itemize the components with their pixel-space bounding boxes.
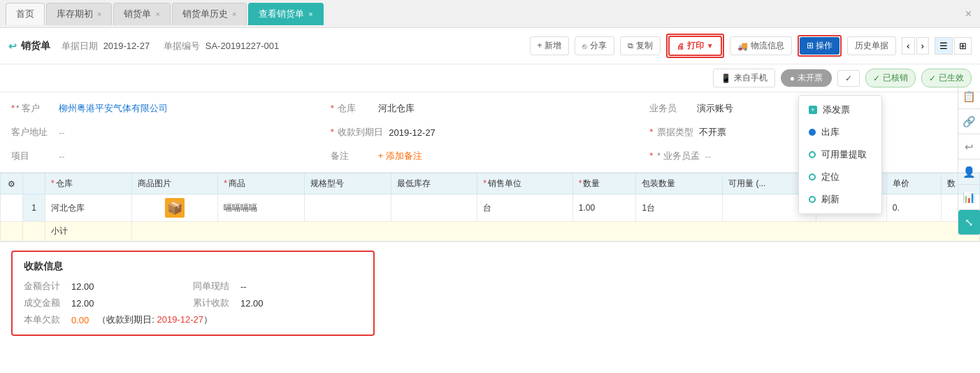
- tab-view-sales[interactable]: 查看销货单 ×: [248, 3, 323, 25]
- tab-home[interactable]: 首页: [6, 3, 45, 25]
- sidebar-doc-icon[interactable]: 📋: [958, 84, 981, 109]
- number-value: SA-20191227-001: [206, 41, 280, 51]
- customer-row: * * 客户 柳州粤港平安气体有限公司: [11, 99, 331, 118]
- project-label: 项目: [11, 150, 53, 162]
- not-open-label: 未开票: [798, 72, 823, 84]
- warehouse-row: * 仓库 河北仓库: [331, 99, 650, 118]
- customer-label: * * 客户: [11, 102, 53, 115]
- share-button[interactable]: ⎋ 分享: [575, 36, 614, 55]
- operate-label: 操作: [816, 41, 833, 50]
- locate-label: 定位: [821, 171, 840, 183]
- list-view-button[interactable]: ☰: [935, 37, 953, 55]
- operate-grid-icon: ⊞: [807, 41, 814, 50]
- operate-button[interactable]: ⊞ 操作: [800, 37, 840, 55]
- tab-view-sales-close[interactable]: ×: [308, 10, 312, 18]
- row-warehouse: 河北仓库: [45, 195, 132, 222]
- col-pack-qty: 包装数量: [636, 174, 723, 195]
- total-label: 金额合计: [24, 280, 66, 293]
- doc-title: ↩ 销货单: [8, 40, 50, 52]
- not-open-button[interactable]: ● 未开票: [781, 69, 832, 87]
- owed-row: 本单欠款 0.00 （收款到期日: 2019-12-27）: [24, 314, 362, 326]
- doc-date-label: 单据日期 2019-12-27: [62, 40, 150, 52]
- row-gear: [1, 195, 23, 222]
- tab-sales-history-close[interactable]: ×: [232, 10, 236, 18]
- sidebar-expand-icon[interactable]: ⤡: [958, 210, 981, 235]
- history-button[interactable]: 历史单据: [847, 36, 896, 55]
- col-sales-unit: *销售单位: [477, 174, 572, 195]
- from-phone-button[interactable]: 📱 来自手机: [713, 69, 775, 87]
- col-num: [23, 174, 45, 195]
- print-dropdown-arrow[interactable]: ▼: [707, 42, 714, 50]
- copy-button[interactable]: ⧉ 复制: [620, 36, 661, 55]
- tab-sales-history[interactable]: 销货单历史 ×: [172, 3, 247, 25]
- approve-button[interactable]: ✓: [837, 70, 860, 87]
- prev-button[interactable]: ‹: [902, 37, 914, 55]
- right-sidebar: 📋 🔗 ↩ 👤 📊 ⤡: [958, 84, 980, 235]
- nav-arrows: ‹ ›: [902, 37, 929, 55]
- due-date-value: 2019-12-27: [389, 127, 435, 138]
- sidebar-link-icon[interactable]: 🔗: [958, 109, 981, 134]
- subtotal-gear: [1, 222, 23, 241]
- customer-value[interactable]: 柳州粤港平安气体有限公司: [59, 102, 168, 115]
- tab-inventory-close[interactable]: ×: [97, 10, 101, 18]
- row-num: 1: [23, 195, 45, 222]
- dropdown-add-invoice[interactable]: + 添发票: [799, 99, 881, 121]
- next-button[interactable]: ›: [916, 37, 929, 55]
- address-row: 客户地址 --: [11, 123, 331, 141]
- outbound-icon: [809, 129, 816, 136]
- cumulative-value: 12.00: [240, 298, 264, 309]
- due-date-row: * 收款到期日 2019-12-27: [331, 123, 650, 141]
- doc-number: 单据编号 SA-20191227-001: [164, 40, 279, 52]
- add-invoice-icon: +: [809, 106, 817, 114]
- col-quantity: *数量: [572, 174, 636, 195]
- staff-label: 业务员: [649, 102, 691, 115]
- cancelled-button[interactable]: ✓ 已核销: [865, 69, 916, 87]
- dropdown-available[interactable]: 可用量提取: [799, 143, 881, 166]
- view-toggle: ☰ ⊞: [935, 37, 972, 55]
- tab-inventory[interactable]: 库存期初 ×: [46, 3, 112, 25]
- grid-view-button[interactable]: ⊞: [954, 37, 972, 55]
- col-product-image: 商品图片: [131, 174, 218, 195]
- outbound-label: 出库: [821, 126, 840, 139]
- new-button[interactable]: + 新增: [530, 36, 569, 55]
- row-sales-unit: 台: [477, 195, 572, 222]
- add-note-button[interactable]: + 添加备注: [378, 150, 422, 162]
- row-product: 嗝嗝嗝嗝: [218, 195, 305, 222]
- same-order-value: --: [240, 281, 247, 292]
- effective-icon: ✓: [929, 73, 936, 83]
- col-unit-price: 单价: [886, 174, 941, 195]
- row-min-stock: [391, 195, 477, 222]
- same-order-row: 同单现结 --: [193, 280, 362, 293]
- cumulative-label: 累计收款: [193, 297, 235, 309]
- sidebar-chart-icon[interactable]: 📊: [958, 185, 981, 210]
- tab-sales[interactable]: 销货单 ×: [113, 3, 170, 25]
- cumulative-row: 累计收款 12.00: [193, 297, 362, 309]
- tab-bar: 首页 库存期初 × 销货单 × 销货单历史 × 查看销货单 × ×: [0, 0, 980, 28]
- row-product-image: 📦: [131, 195, 218, 222]
- tab-sales-close[interactable]: ×: [155, 10, 159, 18]
- subtotal-row: 小计: [1, 222, 980, 241]
- window-close-button[interactable]: ×: [965, 8, 972, 20]
- dropdown-locate[interactable]: 定位: [799, 166, 881, 188]
- warehouse-label: * 仓库: [331, 102, 373, 115]
- payment-box: 收款信息 金额合计 12.00 同单现结 -- 成交金额 12.00 累计收款 …: [11, 251, 375, 336]
- locate-icon: [809, 174, 816, 181]
- copy-label: 复制: [636, 40, 653, 52]
- sidebar-user-icon[interactable]: 👤: [958, 160, 981, 185]
- date-label: 单据日期: [62, 41, 98, 51]
- subtotal-num: [23, 222, 45, 241]
- ticket-type-label: * 票据类型: [649, 126, 693, 139]
- sidebar-return-icon[interactable]: ↩: [958, 134, 981, 160]
- same-order-label: 同单现结: [193, 280, 235, 293]
- print-button[interactable]: 🖨 打印 ▼: [668, 36, 722, 56]
- dropdown-refresh[interactable]: 刷新: [799, 188, 881, 211]
- toolbar-row: 📱 来自手机 ● 未开票 ✓ ✓ 已核销 ✓ 已生效: [0, 64, 980, 92]
- transaction-label: 成交金额: [24, 297, 66, 309]
- dropdown-outbound[interactable]: 出库: [799, 121, 881, 143]
- row-quantity: 1.00: [572, 195, 636, 222]
- logistics-icon: 🚚: [737, 41, 748, 51]
- doc-type-icon: ↩: [8, 41, 17, 52]
- col-min-stock: 最低库存: [391, 174, 477, 195]
- cancelled-icon: ✓: [873, 73, 880, 83]
- logistics-button[interactable]: 🚚 物流信息: [730, 36, 792, 55]
